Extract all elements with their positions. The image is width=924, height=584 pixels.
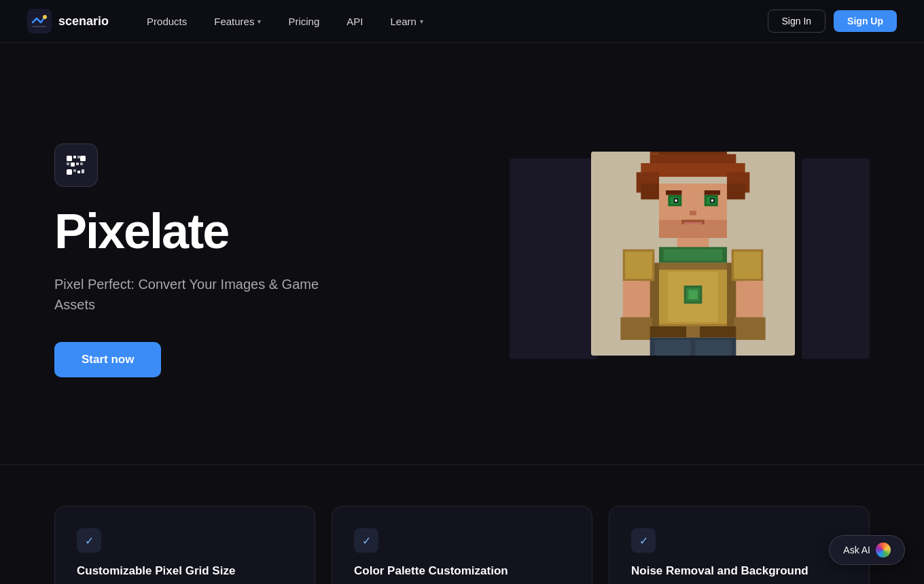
svg-rect-56	[625, 252, 652, 279]
svg-rect-21	[727, 184, 745, 199]
hero-panel-left	[510, 158, 598, 359]
svg-rect-8	[76, 162, 79, 165]
navigation: scenario Products Features ▾ Pricing API…	[0, 0, 924, 43]
svg-rect-7	[71, 162, 75, 167]
nav-links: Products Features ▾ Pricing API Learn ▾	[136, 10, 434, 33]
svg-rect-38	[690, 211, 696, 216]
svg-rect-57	[734, 252, 761, 279]
start-now-button[interactable]: Start now	[54, 342, 161, 377]
feature-check-icon-1: ✓	[77, 528, 101, 553]
hero-panel-right	[802, 158, 870, 359]
svg-rect-3	[73, 156, 76, 158]
hero-section: Pixelate Pixel Perfect: Convert Your Ima…	[0, 43, 924, 464]
pixelate-product-icon	[64, 153, 88, 177]
ask-ai-orb-icon	[876, 543, 891, 557]
logo-text: scenario	[58, 14, 109, 29]
svg-rect-34	[675, 199, 677, 201]
svg-rect-10	[67, 169, 72, 175]
nav-link-features[interactable]: Features ▾	[203, 10, 272, 33]
pixel-art-character	[591, 152, 795, 356]
svg-point-1	[43, 15, 47, 19]
hero-image-area	[510, 158, 870, 362]
nav-item-products: Products	[136, 10, 198, 33]
learn-chevron-icon: ▾	[420, 18, 423, 25]
nav-link-products[interactable]: Products	[136, 10, 198, 33]
sign-in-button[interactable]: Sign In	[768, 10, 826, 33]
svg-rect-5	[80, 156, 86, 161]
svg-rect-9	[80, 162, 83, 165]
svg-rect-20	[641, 184, 659, 199]
svg-rect-12	[77, 171, 80, 173]
svg-rect-11	[73, 169, 76, 172]
svg-rect-22	[650, 152, 659, 154]
svg-rect-6	[67, 162, 69, 165]
logo-link[interactable]: scenario	[27, 9, 109, 33]
svg-rect-51	[659, 262, 727, 269]
svg-rect-37	[705, 190, 720, 195]
nav-item-learn: Learn ▾	[380, 10, 434, 33]
nav-item-api: API	[336, 10, 374, 33]
svg-rect-40	[684, 222, 703, 224]
svg-rect-50	[688, 290, 697, 298]
svg-rect-63	[686, 326, 700, 338]
feature-check-icon-2: ✓	[354, 528, 378, 553]
feature-title-2: Color Palette Customization	[354, 564, 570, 579]
feature-title-1: Customizable Pixel Grid Size	[77, 564, 293, 579]
hero-panel-center	[591, 152, 795, 356]
logo-icon	[27, 9, 52, 33]
features-chevron-icon: ▾	[257, 18, 261, 25]
feature-card-color-palette: ✓ Color Palette Customization	[332, 506, 592, 584]
svg-rect-13	[82, 169, 84, 173]
sign-up-button[interactable]: Sign Up	[834, 10, 897, 32]
nav-link-learn[interactable]: Learn ▾	[380, 10, 434, 33]
ask-ai-label: Ask AI	[843, 545, 870, 555]
nav-link-api[interactable]: API	[336, 10, 374, 33]
nav-right: Sign In Sign Up	[768, 10, 897, 33]
nav-item-pricing: Pricing	[277, 10, 330, 33]
svg-rect-61	[734, 317, 766, 339]
svg-rect-35	[711, 199, 713, 201]
nav-item-features: Features ▾	[203, 10, 272, 33]
hero-content: Pixelate Pixel Perfect: Convert Your Ima…	[54, 143, 340, 377]
feature-check-icon-3: ✓	[631, 528, 656, 553]
nav-left: scenario Products Features ▾ Pricing API…	[27, 9, 434, 33]
svg-rect-2	[67, 156, 72, 161]
svg-rect-65	[654, 340, 690, 356]
features-section: ✓ Customizable Pixel Grid Size ✓ Color P…	[0, 465, 924, 584]
hero-subtitle: Pixel Perfect: Convert Your Images & Gam…	[54, 274, 340, 315]
feature-card-pixel-grid: ✓ Customizable Pixel Grid Size	[54, 506, 315, 584]
product-icon-badge	[54, 143, 98, 187]
svg-rect-36	[666, 190, 681, 195]
hero-title: Pixelate	[54, 206, 340, 258]
svg-rect-66	[695, 340, 731, 356]
svg-rect-4	[77, 156, 80, 158]
ask-ai-button[interactable]: Ask AI	[829, 535, 905, 565]
nav-link-pricing[interactable]: Pricing	[277, 10, 330, 33]
svg-rect-60	[620, 317, 652, 339]
svg-rect-43	[664, 249, 723, 260]
feature-title-3: Noise Removal and Background	[631, 564, 847, 579]
